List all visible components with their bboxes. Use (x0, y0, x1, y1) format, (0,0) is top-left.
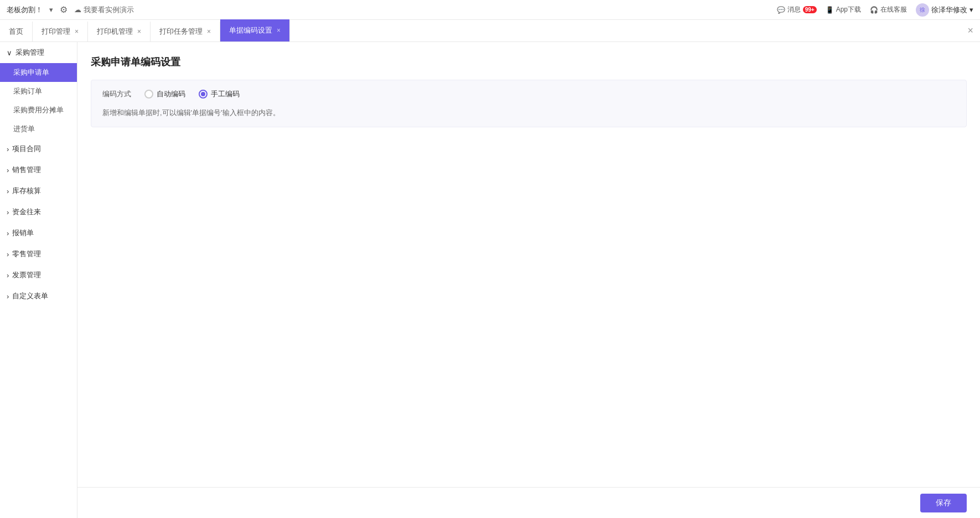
chevron-right-icon: › (7, 145, 9, 153)
tab-print-task-mgmt-close[interactable]: × (207, 28, 211, 35)
app-title: 老板勿割！ (7, 5, 43, 15)
sidebar-item-label-purchase-expense: 采购费用分摊单 (13, 105, 64, 115)
tab-bar: 首页 打印管理 × 打印机管理 × 打印任务管理 × 单据编码设置 × × (0, 20, 980, 42)
sidebar-group-title-sales-mgmt[interactable]: › 销售管理 (0, 159, 77, 180)
sidebar-item-stock-in[interactable]: 进货单 (0, 120, 77, 138)
online-service-button[interactable]: 🎧 在线客服 (870, 5, 907, 14)
user-chevron-icon: ▾ (969, 6, 973, 14)
main-layout: ∨ 采购管理 采购申请单 采购订单 采购费用分摊单 进货单 › 项目合同 (0, 42, 980, 518)
username: 徐泽华修改 (931, 5, 967, 15)
message-label: 消息 (787, 5, 801, 14)
sidebar-item-label-stock-in: 进货单 (13, 124, 35, 134)
sidebar-group-title-custom-form[interactable]: › 自定义表单 (0, 286, 77, 307)
save-button[interactable]: 保存 (920, 494, 967, 512)
tab-print-mgmt-close[interactable]: × (75, 28, 79, 35)
sidebar-group-custom-form: › 自定义表单 (0, 286, 77, 307)
sidebar-group-label-fund-flow: 资金往来 (12, 207, 41, 217)
demo-cloud-icon: ☁ (74, 6, 81, 14)
sidebar-item-label-purchase-order: 采购订单 (13, 86, 42, 96)
content-area: 采购申请单编码设置 编码方式 自动编码 手工编码 新增和编辑单据时,可以编辑'单… (77, 42, 980, 518)
chevron-right-icon: › (7, 208, 9, 216)
chevron-down-icon: ∨ (7, 49, 12, 57)
sidebar-group-sales-mgmt: › 销售管理 (0, 159, 77, 180)
tab-printer-mgmt-label: 打印机管理 (97, 27, 133, 37)
tab-printer-mgmt-close[interactable]: × (137, 28, 141, 35)
sidebar-group-label-inventory: 库存核算 (12, 186, 41, 196)
close-all-tabs[interactable]: × (961, 19, 980, 42)
sidebar-group-project-contract: › 项目合同 (0, 138, 77, 159)
auto-code-label: 自动编码 (157, 89, 185, 99)
chevron-right-icon: › (7, 229, 9, 237)
sidebar-group-inventory: › 库存核算 (0, 180, 77, 201)
title-dropdown[interactable]: ▾ (49, 6, 53, 14)
avatar: 徐 (916, 3, 929, 17)
chevron-right-icon: › (7, 166, 9, 174)
sidebar-group-label-sales-mgmt: 销售管理 (12, 165, 41, 175)
tab-print-mgmt-label: 打印管理 (42, 27, 70, 37)
sidebar-group-label-invoice-mgmt: 发票管理 (12, 270, 41, 280)
top-bar-left: 老板勿割！ ▾ ⚙ ☁ 我要看实例演示 (7, 4, 134, 15)
tab-print-task-mgmt-label: 打印任务管理 (159, 27, 203, 37)
sidebar-group-title-invoice-mgmt[interactable]: › 发票管理 (0, 265, 77, 286)
sidebar-group-label-return-mgmt: 报销单 (12, 228, 34, 238)
app-download-button[interactable]: 📱 App下载 (826, 5, 861, 14)
sidebar-group-fund-flow: › 资金往来 (0, 201, 77, 222)
app-download-label: App下载 (836, 5, 861, 14)
sidebar-group-label-project-contract: 项目合同 (12, 144, 41, 154)
top-bar: 老板勿割！ ▾ ⚙ ☁ 我要看实例演示 💬 消息 99+ 📱 App下载 🎧 在… (0, 0, 980, 20)
tab-printer-mgmt[interactable]: 打印机管理 × (88, 22, 151, 42)
code-method-row: 编码方式 自动编码 手工编码 (102, 89, 955, 99)
page-title: 采购申请单编码设置 (91, 55, 967, 69)
user-menu[interactable]: 徐 徐泽华修改 ▾ (916, 3, 973, 17)
auto-code-option[interactable]: 自动编码 (144, 89, 185, 99)
demo-text: 我要看实例演示 (84, 5, 134, 15)
hint-text: 新增和编辑单据时,可以编辑'单据编号'输入框中的内容。 (102, 108, 955, 118)
tab-print-mgmt[interactable]: 打印管理 × (33, 22, 88, 42)
sidebar-group-title-inventory[interactable]: › 库存核算 (0, 180, 77, 201)
sidebar-group-title-purchase-mgmt[interactable]: ∨ 采购管理 (0, 42, 77, 63)
app-download-icon: 📱 (826, 6, 834, 14)
sidebar-group-return-mgmt: › 报销单 (0, 222, 77, 244)
tab-print-task-mgmt[interactable]: 打印任务管理 × (151, 22, 220, 42)
headset-icon: 🎧 (870, 6, 878, 14)
code-method-label: 编码方式 (102, 89, 131, 99)
chevron-down-icon: ▾ (49, 6, 53, 14)
message-icon: 💬 (777, 6, 785, 14)
online-service-label: 在线客服 (880, 5, 907, 14)
sidebar-group-retail-mgmt: › 零售管理 (0, 244, 77, 265)
sidebar-group-label-retail-mgmt: 零售管理 (12, 249, 41, 259)
chevron-right-icon: › (7, 187, 9, 195)
message-button[interactable]: 💬 消息 99+ (777, 5, 817, 14)
code-setting-box: 编码方式 自动编码 手工编码 新增和编辑单据时,可以编辑'单据编号'输入框中的内… (91, 80, 967, 127)
sidebar-item-purchase-order[interactable]: 采购订单 (0, 82, 77, 101)
sidebar-group-purchase-mgmt: ∨ 采购管理 采购申请单 采购订单 采购费用分摊单 进货单 (0, 42, 77, 138)
manual-code-option[interactable]: 手工编码 (199, 89, 240, 99)
close-all-icon: × (967, 25, 973, 37)
settings-icon[interactable]: ⚙ (60, 4, 68, 15)
top-bar-right: 💬 消息 99+ 📱 App下载 🎧 在线客服 徐 徐泽华修改 ▾ (777, 3, 973, 17)
sidebar-group-title-project-contract[interactable]: › 项目合同 (0, 138, 77, 159)
sidebar-group-label-custom-form: 自定义表单 (12, 291, 48, 301)
sidebar-group-title-return-mgmt[interactable]: › 报销单 (0, 222, 77, 244)
sidebar-group-title-retail-mgmt[interactable]: › 零售管理 (0, 244, 77, 265)
tab-barcode-setting[interactable]: 单据编码设置 × (220, 19, 290, 42)
chevron-right-icon: › (7, 292, 9, 301)
sidebar-group-label-purchase-mgmt: 采购管理 (15, 48, 44, 58)
tab-barcode-setting-close[interactable]: × (277, 27, 281, 34)
tab-home[interactable]: 首页 (0, 22, 33, 42)
manual-code-radio[interactable] (199, 90, 208, 99)
chevron-right-icon: › (7, 250, 9, 258)
auto-code-radio[interactable] (144, 90, 153, 99)
sidebar-item-purchase-expense[interactable]: 采购费用分摊单 (0, 101, 77, 120)
manual-code-label: 手工编码 (211, 89, 240, 99)
chevron-right-icon: › (7, 271, 9, 279)
sidebar-group-title-fund-flow[interactable]: › 资金往来 (0, 201, 77, 222)
demo-link[interactable]: ☁ 我要看实例演示 (74, 5, 134, 15)
bottom-bar: 保存 (77, 487, 980, 518)
sidebar-item-purchase-request[interactable]: 采购申请单 (0, 63, 77, 82)
sidebar-group-invoice-mgmt: › 发票管理 (0, 265, 77, 286)
sidebar-item-label-purchase-request: 采购申请单 (13, 68, 49, 77)
sidebar: ∨ 采购管理 采购申请单 采购订单 采购费用分摊单 进货单 › 项目合同 (0, 42, 77, 518)
tab-home-label: 首页 (9, 27, 23, 37)
message-badge: 99+ (803, 6, 817, 13)
